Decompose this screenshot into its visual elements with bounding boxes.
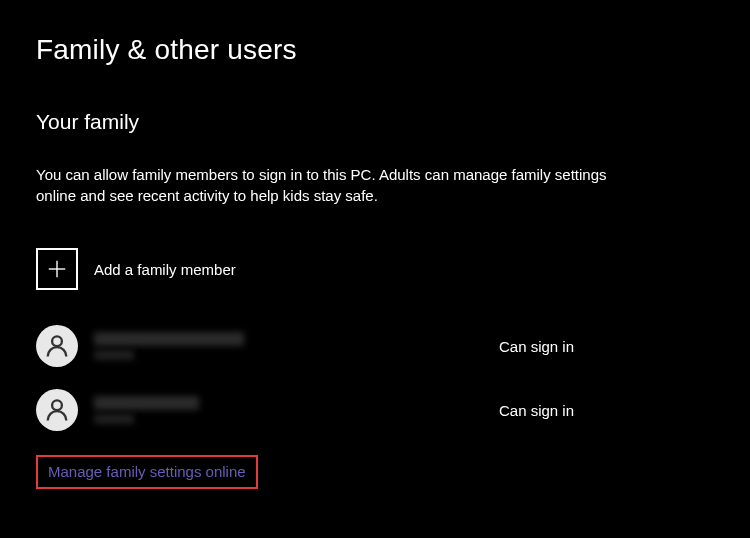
member-name-redacted	[94, 396, 199, 410]
member-sub-redacted	[94, 350, 134, 360]
add-family-member-button[interactable]: Add a family member	[36, 248, 714, 290]
family-member-row[interactable]: Can sign in	[36, 325, 714, 367]
add-family-member-label: Add a family member	[94, 261, 236, 278]
svg-point-3	[52, 400, 62, 410]
family-member-row[interactable]: Can sign in	[36, 389, 714, 431]
plus-icon	[36, 248, 78, 290]
member-info	[94, 396, 499, 424]
member-sub-redacted	[94, 414, 134, 424]
svg-point-2	[52, 336, 62, 346]
your-family-heading: Your family	[36, 110, 714, 134]
page-title: Family & other users	[36, 34, 714, 66]
your-family-description: You can allow family members to sign in …	[36, 164, 646, 206]
member-status: Can sign in	[499, 338, 714, 355]
avatar	[36, 389, 78, 431]
member-status: Can sign in	[499, 402, 714, 419]
avatar	[36, 325, 78, 367]
manage-family-settings-link[interactable]: Manage family settings online	[48, 463, 246, 480]
member-info	[94, 332, 499, 360]
member-name-redacted	[94, 332, 244, 346]
manage-family-settings-highlight: Manage family settings online	[36, 455, 258, 489]
